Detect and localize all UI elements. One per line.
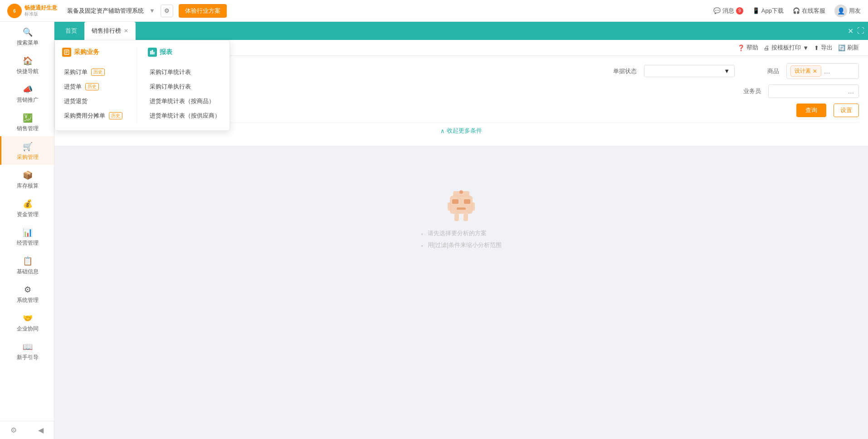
sales-icon: 💹 — [23, 113, 33, 123]
top-bar: 6 畅捷通好生意 标准版 装备及固定资产辅助管理系统 ▼ ⚙ 体验行业方案 💬 … — [0, 0, 868, 22]
collab-icon: 🤝 — [23, 313, 33, 323]
user-avatar: 👤 — [834, 5, 847, 17]
system-title: 装备及固定资产辅助管理系统 — [67, 7, 144, 15]
sidebar-item-sales[interactable]: 💹 销售管理 — [0, 108, 54, 136]
voucher-status-label: 单据状态 — [613, 67, 637, 75]
dropdown-item-inbound-by-goods[interactable]: 进货单统计表（按商品） — [148, 94, 222, 109]
svg-rect-6 — [448, 202, 451, 211]
goods-label: 商品 — [767, 67, 779, 75]
export-icon: ⬆ — [814, 44, 819, 51]
system-settings-btn[interactable]: ⚙ — [161, 5, 173, 17]
sidebar-item-system[interactable]: ⚙ 系统管理 — [0, 279, 54, 308]
sidebar-item-marketing[interactable]: 📣 营销推广 — [0, 79, 54, 108]
report-menu-icon — [148, 48, 157, 57]
tab-close-all-icon[interactable]: ✕ — [848, 27, 853, 35]
message-badge: 9 — [736, 7, 743, 15]
logo-icon: 6 — [7, 4, 22, 18]
salesperson-more-btn[interactable]: ... — [848, 87, 854, 95]
svg-rect-16 — [150, 51, 151, 54]
salesperson-label: 业务员 — [743, 87, 761, 95]
dropdown-item-purchase-order[interactable]: 采购订单 历史 — [62, 65, 126, 79]
tab-home[interactable]: 首页 — [58, 22, 84, 40]
help-btn[interactable]: ❓ 帮助 — [737, 44, 758, 52]
sidebar-item-collab[interactable]: 🤝 企业协同 — [0, 308, 54, 336]
message-btn[interactable]: 💬 消息 9 — [713, 7, 743, 15]
svg-rect-2 — [450, 196, 473, 214]
app-download-btn[interactable]: 📱 App下载 — [752, 7, 784, 15]
dropdown-item-inbound-by-supplier[interactable]: 进货单统计表（按供应商） — [148, 109, 222, 123]
sidebar-item-search[interactable]: 🔍 搜索菜单 — [0, 22, 54, 50]
goods-more-btn[interactable]: ... — [824, 67, 830, 75]
empty-state: 请先选择要分析的方案 用[过滤]条件来缩小分析范围 — [54, 146, 868, 287]
goods-filter-tag: 设计素 ✕ — [790, 65, 821, 77]
sidebar-item-nav[interactable]: 🏠 快捷导航 — [0, 50, 54, 79]
dropdown-item-purchase-expense[interactable]: 采购费用分摊单 历史 — [62, 109, 126, 123]
guide-icon: 📖 — [23, 342, 33, 352]
sidebar-item-guide[interactable]: 📖 新手引导 — [0, 336, 54, 365]
home-icon: 🏠 — [23, 56, 33, 66]
export-btn[interactable]: ⬆ 导出 — [814, 44, 833, 52]
sidebar-item-operation[interactable]: 📊 经营管理 — [0, 222, 54, 251]
dropdown-item-purchase-order-exec[interactable]: 采购订单执行表 — [148, 79, 222, 94]
online-service-btn[interactable]: 🎧 在线客服 — [793, 7, 825, 15]
tab-sales-ranking[interactable]: 销售排行榜 ✕ — [84, 22, 136, 40]
sidebar-item-inventory[interactable]: 📦 库存核算 — [0, 165, 54, 193]
collapse-up-icon: ∧ — [440, 128, 445, 134]
dropdown-purchase-col: 采购业务 采购订单 历史 进货单 历史 进货退货 采购费用分摊单 历史 — [62, 48, 126, 123]
svg-point-11 — [459, 190, 463, 194]
inventory-icon: 📦 — [23, 170, 33, 180]
voucher-status-select[interactable]: ▼ — [644, 65, 735, 77]
sidebar-collapse-btn[interactable]: ◀ — [38, 426, 44, 434]
tab-close-btn[interactable]: ✕ — [124, 28, 128, 34]
top-right-area: 💬 消息 9 📱 App下载 🎧 在线客服 👤 用友 — [713, 5, 861, 17]
industry-btn[interactable]: 体验行业方案 — [179, 4, 227, 18]
sidebar: 🔍 搜索菜单 🏠 快捷导航 📣 营销推广 💹 销售管理 🛒 采购管理 📦 库存核… — [0, 22, 54, 439]
empty-illustration — [434, 182, 488, 227]
dropdown-report-col: 报表 采购订单统计表 采购订单执行表 进货单统计表（按商品） 进货单统计表（按供… — [148, 48, 222, 123]
empty-text-area: 请先选择要分析的方案 用[过滤]条件来缩小分析范围 — [421, 227, 502, 251]
sidebar-settings-btn[interactable]: ⚙ — [10, 426, 17, 434]
tab-fullscreen-icon[interactable]: ⛶ — [857, 27, 864, 35]
basic-icon: 📋 — [23, 256, 33, 266]
sidebar-item-basic[interactable]: 📋 基础信息 — [0, 251, 54, 279]
dropdown-item-purchase-order-stats[interactable]: 采购订单统计表 — [148, 65, 222, 79]
dropdown-item-inbound[interactable]: 进货单 历史 — [62, 79, 126, 94]
nav-dropdown-arrow[interactable]: ▼ — [149, 7, 155, 14]
dropdown-divider — [137, 48, 137, 123]
sidebar-item-finance[interactable]: 💰 资金管理 — [0, 193, 54, 222]
system-icon: ⚙ — [24, 285, 31, 295]
svg-rect-5 — [457, 207, 466, 210]
svg-rect-18 — [153, 52, 155, 54]
svg-rect-8 — [454, 214, 459, 221]
svg-text:6: 6 — [13, 9, 16, 14]
sidebar-bottom: ⚙ ◀ — [0, 421, 54, 439]
svg-rect-7 — [471, 202, 475, 211]
help-icon: ❓ — [737, 44, 745, 51]
dropdown-report-title: 报表 — [148, 48, 222, 60]
phone-icon: 📱 — [752, 7, 760, 14]
print-btn[interactable]: 🖨 按模板打印 ▼ — [764, 44, 809, 52]
tab-bar: 首页 销售排行榜 ✕ ✕ ⛶ — [54, 22, 868, 40]
dropdown-purchase-title: 采购业务 — [62, 48, 126, 60]
sidebar-item-purchase[interactable]: 🛒 采购管理 — [0, 136, 54, 165]
empty-tip-2: 用[过滤]条件来缩小分析范围 — [421, 239, 502, 251]
dropdown-item-return[interactable]: 进货退货 — [62, 94, 126, 109]
user-menu-btn[interactable]: 👤 用友 — [834, 5, 861, 17]
hist-badge-purchase-expense: 历史 — [109, 112, 122, 119]
marketing-icon: 📣 — [23, 84, 33, 94]
query-btn[interactable]: 查询 — [796, 104, 826, 117]
hist-badge-purchase-order: 历史 — [91, 69, 105, 76]
search-icon: 🔍 — [23, 27, 33, 37]
settings-small-btn[interactable]: 设置 — [834, 104, 859, 117]
print-dropdown-icon: ▼ — [803, 44, 809, 51]
finance-icon: 💰 — [23, 199, 33, 209]
refresh-icon: 🔄 — [838, 44, 845, 51]
svg-rect-4 — [464, 199, 470, 204]
salesperson-select[interactable]: ... — [768, 84, 859, 98]
tab-bar-right: ✕ ⛶ — [848, 27, 864, 35]
logo-text: 畅捷通好生意 标准版 — [24, 5, 57, 16]
refresh-btn[interactable]: 🔄 刷新 — [838, 44, 859, 52]
goods-tag-close-btn[interactable]: ✕ — [813, 68, 817, 74]
top-nav: 装备及固定资产辅助管理系统 ▼ ⚙ 体验行业方案 — [67, 4, 713, 18]
dropdown-menu: 采购业务 采购订单 历史 进货单 历史 进货退货 采购费用分摊单 历史 报表 采… — [54, 40, 230, 131]
